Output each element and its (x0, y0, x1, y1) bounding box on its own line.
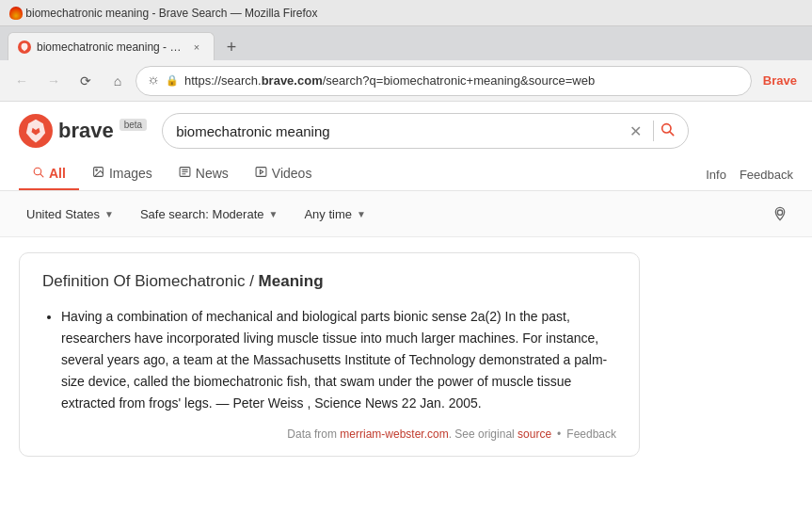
firefox-icon (9, 7, 23, 20)
tab-news-label: News (196, 166, 229, 181)
time-chevron-icon: ▼ (357, 209, 366, 219)
footer-see: . See original (449, 427, 517, 441)
brave-logo: brave beta (19, 114, 147, 148)
footer-feedback-link[interactable]: Feedback (566, 427, 616, 441)
search-submit-button[interactable] (660, 121, 675, 140)
tab-all-label: All (49, 166, 66, 181)
browser-content: brave beta biomechatronic meaning ✕ (0, 102, 812, 532)
time-filter[interactable]: Any time ▼ (296, 203, 373, 225)
videos-icon (255, 166, 267, 181)
main-content: Definition Of Biomechatronic / Meaning H… (0, 237, 809, 472)
time-label: Any time (304, 207, 352, 221)
tab-favicon (18, 40, 31, 54)
search-nav-tabs: All Images News (19, 158, 793, 190)
merriam-webster-link[interactable]: merriam-webster.com (340, 427, 448, 441)
back-button[interactable]: ← (8, 67, 36, 95)
navbar: ← → ⟳ ⌂ ⛭ 🔒 https://search.brave.com/sea… (0, 60, 812, 102)
safe-search-filter[interactable]: Safe search: Moderate ▼ (133, 203, 285, 225)
tab-title: biomechatronic meaning - Bra (37, 40, 183, 54)
browser-tab[interactable]: biomechatronic meaning - Bra × (8, 32, 215, 60)
tab-images-label: Images (109, 166, 152, 181)
forward-button[interactable]: → (40, 67, 68, 95)
all-icon (32, 166, 44, 181)
shield-icon: ⛭ (148, 73, 160, 88)
definition-text: Having a combination of mechanical and b… (61, 306, 616, 414)
tab-news[interactable]: News (166, 158, 242, 190)
news-icon (179, 166, 191, 181)
tab-videos[interactable]: Videos (242, 158, 326, 190)
search-input[interactable]: biomechatronic meaning (176, 123, 624, 139)
tabbar: biomechatronic meaning - Bra × + (0, 26, 812, 60)
brave-logo-text: brave (58, 119, 114, 143)
info-link[interactable]: Info (706, 168, 726, 182)
brave-button[interactable]: Brave (756, 70, 804, 91)
new-tab-button[interactable]: + (218, 34, 245, 60)
url-prefix: https://search. (184, 73, 262, 88)
definition-title: Definition Of Biomechatronic / Meaning (42, 272, 616, 291)
safe-search-label: Safe search: Moderate (140, 207, 264, 221)
logo-search-row: brave beta biomechatronic meaning ✕ (19, 113, 793, 149)
home-button[interactable]: ⌂ (103, 67, 132, 95)
search-divider (653, 121, 654, 141)
beta-badge: beta (119, 119, 147, 131)
titlebar-text: biomechatronic meaning - Brave Search — … (25, 7, 317, 20)
url-path: /search?q=biomechatronic+meaning&source=… (323, 73, 595, 88)
titlebar: biomechatronic meaning - Brave Search — … (0, 0, 812, 26)
url-domain: brave.com (262, 73, 323, 88)
search-header: brave beta biomechatronic meaning ✕ (0, 102, 812, 191)
tab-images[interactable]: Images (79, 158, 166, 190)
region-filter[interactable]: United States ▼ (19, 203, 121, 225)
lock-icon: 🔒 (166, 74, 179, 87)
url-text: https://search.brave.com/search?q=biomec… (184, 73, 740, 88)
tab-videos-label: Videos (272, 166, 312, 181)
definition-body: Having a combination of mechanical and b… (42, 306, 616, 414)
source-link[interactable]: source (517, 427, 551, 441)
svg-line-3 (670, 132, 674, 136)
svg-rect-12 (256, 168, 266, 177)
filter-bar: United States ▼ Safe search: Moderate ▼ … (0, 191, 812, 237)
region-chevron-icon: ▼ (104, 209, 114, 219)
feedback-link[interactable]: Feedback (740, 168, 793, 182)
tab-close-button[interactable]: × (189, 40, 204, 55)
tab-all[interactable]: All (19, 158, 79, 190)
safe-search-chevron-icon: ▼ (268, 209, 278, 219)
definition-title-plain: Definition Of Biomechatronic / (42, 272, 259, 290)
url-bar[interactable]: ⛭ 🔒 https://search.brave.com/search?q=bi… (135, 66, 752, 96)
svg-line-5 (40, 174, 43, 177)
svg-marker-13 (260, 169, 263, 173)
definition-title-bold: Meaning (259, 272, 324, 290)
location-button[interactable] (767, 201, 793, 227)
region-label: United States (26, 207, 100, 221)
definition-footer: Data from merriam-webster.com. See origi… (42, 427, 616, 441)
reload-button[interactable]: ⟳ (72, 67, 100, 95)
search-clear-button[interactable]: ✕ (624, 122, 647, 140)
nav-right-links: Info Feedback (706, 168, 793, 182)
search-box[interactable]: biomechatronic meaning ✕ (162, 113, 689, 149)
svg-point-14 (777, 210, 782, 215)
definition-card: Definition Of Biomechatronic / Meaning H… (19, 252, 640, 457)
footer-dot: • (557, 427, 561, 441)
brave-logo-icon (19, 114, 53, 148)
images-icon (92, 166, 104, 181)
footer-prefix: Data from (287, 427, 340, 441)
svg-point-7 (96, 169, 98, 171)
